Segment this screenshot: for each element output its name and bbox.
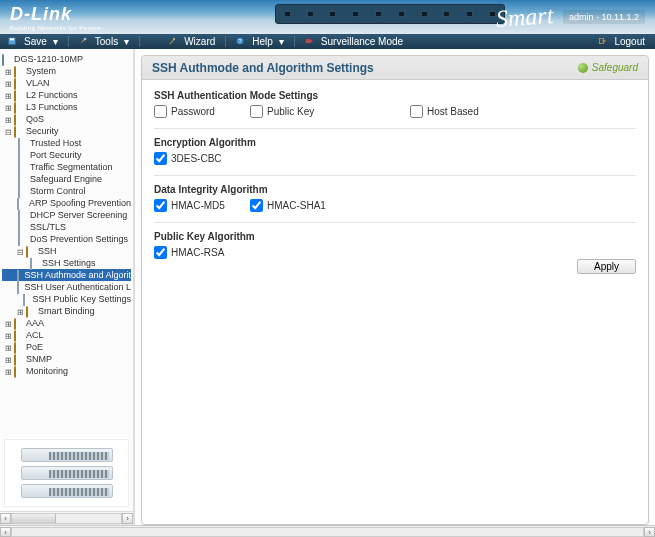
- tree-dos-prev[interactable]: DoS Prevention Settings: [2, 233, 131, 245]
- tree-storm-control[interactable]: Storm Control: [2, 185, 131, 197]
- svg-rect-1: [10, 38, 14, 40]
- tree-poe[interactable]: ⊞ PoE: [2, 341, 131, 353]
- password-label: Password: [171, 106, 215, 117]
- page-icon: [18, 222, 20, 234]
- tree-ssh-authmode[interactable]: SSH Authmode and Algorit: [2, 269, 131, 281]
- device-image: [4, 439, 129, 507]
- host-based-option[interactable]: Host Based: [410, 105, 506, 118]
- host-based-label: Host Based: [427, 106, 479, 117]
- tree-ssh[interactable]: ⊟ SSH: [2, 245, 131, 257]
- expand-icon[interactable]: ⊞: [4, 343, 13, 352]
- scroll-left-button[interactable]: ‹: [0, 513, 11, 524]
- scrollbar-track[interactable]: [11, 527, 644, 537]
- tree-trusted-host[interactable]: Trusted Host: [2, 137, 131, 149]
- public-key-checkbox[interactable]: [250, 105, 263, 118]
- tools-menu[interactable]: Tools ▾: [71, 34, 137, 49]
- 3des-option[interactable]: 3DES-CBC: [154, 152, 250, 165]
- hmac-sha1-checkbox[interactable]: [250, 199, 263, 212]
- tree-vlan[interactable]: ⊞ VLAN: [2, 77, 131, 89]
- tree-smart-binding[interactable]: ⊞ Smart Binding: [2, 305, 131, 317]
- folder-open-icon: [26, 246, 28, 258]
- tree-acl[interactable]: ⊞ ACL: [2, 329, 131, 341]
- hmac-sha1-option[interactable]: HMAC-SHA1: [250, 199, 346, 212]
- tree-port-security[interactable]: Port Security: [2, 149, 131, 161]
- 3des-checkbox[interactable]: [154, 152, 167, 165]
- expand-icon[interactable]: ⊞: [4, 67, 13, 76]
- page-icon: [18, 234, 20, 246]
- folder-icon: [14, 366, 16, 378]
- help-menu[interactable]: ? Help ▾: [228, 34, 292, 49]
- expand-icon[interactable]: ⊞: [16, 307, 25, 316]
- hmac-rsa-checkbox[interactable]: [154, 246, 167, 259]
- pubkey-algo-title: Public Key Algorithm: [154, 231, 636, 242]
- folder-icon: [14, 90, 16, 102]
- panel-title: SSH Authmode and Algorithm Settings: [152, 61, 374, 75]
- save-menu[interactable]: Save ▾: [0, 34, 66, 49]
- switch-port-panel: [275, 4, 505, 24]
- hmac-md5-checkbox[interactable]: [154, 199, 167, 212]
- tree-security[interactable]: ⊟ Security: [2, 125, 131, 137]
- scroll-left-button[interactable]: ‹: [0, 527, 11, 537]
- collapse-icon[interactable]: ⊟: [4, 127, 13, 136]
- tree-snmp[interactable]: ⊞ SNMP: [2, 353, 131, 365]
- folder-icon: [14, 318, 16, 330]
- tree-ssh-settings[interactable]: SSH Settings: [2, 257, 131, 269]
- tree-arp-spoof[interactable]: ARP Spoofing Prevention: [2, 197, 131, 209]
- logout-icon: [598, 36, 610, 48]
- wizard-button[interactable]: Wizard: [160, 34, 223, 49]
- hmac-sha1-label: HMAC-SHA1: [267, 200, 326, 211]
- expand-icon[interactable]: ⊞: [4, 115, 13, 124]
- scrollbar-track[interactable]: [11, 513, 122, 524]
- tree-root[interactable]: DGS-1210-10MP: [2, 53, 131, 65]
- password-checkbox[interactable]: [154, 105, 167, 118]
- password-option[interactable]: Password: [154, 105, 250, 118]
- tree-system[interactable]: ⊞ System: [2, 65, 131, 77]
- scroll-right-button[interactable]: ›: [122, 513, 133, 524]
- page-hscrollbar[interactable]: ‹ ›: [0, 525, 655, 537]
- expand-icon[interactable]: ⊞: [4, 91, 13, 100]
- surveillance-label: Surveillance Mode: [321, 36, 403, 47]
- expand-icon[interactable]: ⊞: [4, 319, 13, 328]
- expand-icon[interactable]: ⊞: [4, 355, 13, 364]
- expand-icon[interactable]: ⊞: [4, 367, 13, 376]
- expand-icon[interactable]: ⊞: [4, 79, 13, 88]
- nav-sidebar: DGS-1210-10MP ⊞ System ⊞ VLAN ⊞ L2 Funct…: [0, 49, 134, 525]
- public-key-label: Public Key: [267, 106, 314, 117]
- host-based-checkbox[interactable]: [410, 105, 423, 118]
- hmac-rsa-label: HMAC-RSA: [171, 247, 224, 258]
- logout-button[interactable]: Logout: [598, 36, 655, 48]
- folder-icon: [14, 330, 16, 342]
- nav-tree[interactable]: DGS-1210-10MP ⊞ System ⊞ VLAN ⊞ L2 Funct…: [0, 49, 133, 381]
- sidebar-hscrollbar[interactable]: ‹ ›: [0, 511, 133, 525]
- tree-ssh-user-auth[interactable]: SSH User Authentication L: [2, 281, 131, 293]
- safeguard-indicator: Safeguard: [578, 62, 638, 73]
- tree-dhcp-screening[interactable]: DHCP Server Screening: [2, 209, 131, 221]
- tree-qos[interactable]: ⊞ QoS: [2, 113, 131, 125]
- scroll-right-button[interactable]: ›: [644, 527, 655, 537]
- hmac-md5-option[interactable]: HMAC-MD5: [154, 199, 250, 212]
- expand-icon[interactable]: ⊞: [4, 331, 13, 340]
- hmac-md5-label: HMAC-MD5: [171, 200, 225, 211]
- expand-icon[interactable]: ⊞: [4, 103, 13, 112]
- encryption-title: Encryption Algorithm: [154, 137, 636, 148]
- tools-icon: [79, 36, 91, 48]
- tree-safeguard-engine[interactable]: Safeguard Engine: [2, 173, 131, 185]
- apply-button[interactable]: Apply: [577, 259, 636, 274]
- tree-ssh-pubkey[interactable]: SSH Public Key Settings: [2, 293, 131, 305]
- tree-l3[interactable]: ⊞ L3 Functions: [2, 101, 131, 113]
- public-key-option[interactable]: Public Key: [250, 105, 410, 118]
- tree-aaa[interactable]: ⊞ AAA: [2, 317, 131, 329]
- surveillance-button[interactable]: Surveillance Mode: [297, 34, 411, 49]
- page-icon: [23, 294, 25, 306]
- scrollbar-thumb[interactable]: [12, 514, 56, 523]
- tree-l2[interactable]: ⊞ L2 Functions: [2, 89, 131, 101]
- page-icon: [18, 162, 20, 174]
- tree-traffic-seg[interactable]: Traffic Segmentation: [2, 161, 131, 173]
- tree-monitoring[interactable]: ⊞ Monitoring: [2, 365, 131, 377]
- main-toolbar: Save ▾ Tools ▾ Wizard ? Help ▾ Surveilla…: [0, 34, 655, 49]
- collapse-icon[interactable]: ⊟: [16, 247, 25, 256]
- hmac-rsa-option[interactable]: HMAC-RSA: [154, 246, 250, 259]
- apply-label: Apply: [594, 261, 619, 272]
- tree-ssl-tls[interactable]: SSL/TLS: [2, 221, 131, 233]
- caret-down-icon: ▾: [53, 36, 58, 47]
